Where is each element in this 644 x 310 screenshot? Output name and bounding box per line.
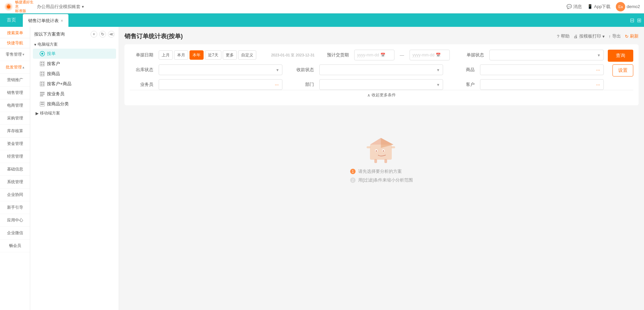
- salesman-dots-icon[interactable]: ···: [275, 82, 279, 87]
- tab-home[interactable]: 首页: [0, 13, 23, 27]
- sidebar-item-retail[interactable]: 零售管理 ▾: [0, 48, 30, 61]
- svg-point-5: [41, 53, 43, 55]
- print-dropdown-icon: ▾: [602, 34, 605, 39]
- svg-rect-35: [384, 159, 387, 163]
- svg-rect-18: [43, 82, 44, 84]
- scheme-by-salesman-icon: [40, 91, 45, 97]
- sidebar-item-purchase[interactable]: 采购管理: [0, 112, 30, 125]
- help-button[interactable]: ? 帮助: [557, 33, 569, 39]
- scheme-group-desktop-header[interactable]: ▾ 电脑端方案: [33, 40, 116, 49]
- app-download-button[interactable]: 📱 App下载: [587, 4, 610, 10]
- empty-tip-2: 2 用[过滤]条件来缩小分析范围: [350, 177, 413, 183]
- sidebar-item-appcenter[interactable]: 应用中心: [0, 214, 30, 227]
- date-btn-last-month[interactable]: 上月: [159, 50, 173, 60]
- svg-rect-36: [367, 146, 371, 148]
- delivery-status-select[interactable]: ▾: [159, 64, 282, 75]
- sidebar-item-marketing[interactable]: 营销推广: [0, 74, 30, 87]
- forecast-date-end[interactable]: yyyy-mm-dd 📅: [410, 50, 450, 60]
- sidebar-item-guide[interactable]: 新手引导: [0, 201, 30, 214]
- sidebar-item-member[interactable]: 畅会员: [0, 240, 30, 252]
- delivery-dropdown-icon: ▾: [276, 67, 279, 72]
- svg-rect-7: [41, 62, 42, 63]
- message-button[interactable]: 💬 消息: [567, 4, 582, 10]
- sidebar-item-finance[interactable]: 资金管理: [0, 138, 30, 150]
- date-range-display: 2023-01-01 至 2023-12-31: [271, 53, 315, 58]
- scheme-item-by-customer[interactable]: 按客户: [33, 59, 116, 69]
- panel-header: 按以下方案查询 + ↻ ≪: [30, 31, 119, 40]
- sidebar-item-system[interactable]: 系统管理: [0, 176, 30, 189]
- sidebar-search[interactable]: 搜索菜单: [0, 27, 30, 38]
- goods-dots-icon[interactable]: ···: [596, 67, 600, 72]
- setting-button[interactable]: 设置: [612, 64, 633, 76]
- doc-status-label: 单据状态: [461, 52, 484, 58]
- collapse-panel-button[interactable]: ≪: [108, 31, 115, 38]
- top-bar: 畅捷通好生意 标准版 办公用品行业模拟账套 ▾ 💬 消息 📱 App下载 Ea …: [0, 0, 644, 13]
- expand-arrow-icon: ▾: [34, 42, 36, 47]
- export-button[interactable]: ↑ 导出: [609, 33, 621, 39]
- scheme-item-by-category[interactable]: 按商品分类: [33, 99, 116, 109]
- customer-dots-icon[interactable]: ···: [596, 82, 600, 87]
- doc-status-select[interactable]: ▾: [489, 50, 604, 60]
- tab-bar: 首页 销售订单统计表 × ⊟ ⊞: [0, 13, 644, 27]
- user-menu[interactable]: Ea demo2: [616, 2, 640, 11]
- collapse-filters-button[interactable]: ∧ 收起更多条件: [130, 90, 633, 100]
- date-btn-this-month[interactable]: 本月: [174, 50, 188, 60]
- department-select[interactable]: ▾: [319, 79, 443, 90]
- expand-icon-retail: ▾: [22, 52, 24, 57]
- svg-rect-8: [43, 62, 44, 63]
- sidebar-item-ecommerce[interactable]: 电商管理: [0, 99, 30, 112]
- salesman-select[interactable]: ···: [159, 79, 282, 90]
- svg-rect-25: [41, 102, 44, 103]
- sidebar-item-enterprise[interactable]: 企业协同: [0, 189, 30, 201]
- sidebar-item-basic[interactable]: 基础信息: [0, 163, 30, 176]
- top-right-actions: 💬 消息 📱 App下载 Ea demo2: [567, 2, 640, 11]
- sidebar-item-operation[interactable]: 经营管理: [0, 150, 30, 163]
- goods-select[interactable]: ···: [480, 64, 604, 75]
- scheme-item-by-customer-goods[interactable]: 按客户+商品: [33, 79, 116, 89]
- delivery-status-label: 出库状态: [130, 67, 153, 73]
- breadcrumb-dropdown-icon[interactable]: ▾: [82, 4, 84, 9]
- date-btn-more[interactable]: 更多: [223, 50, 237, 60]
- export-icon: ↑: [609, 34, 611, 39]
- empty-tips: 1 请先选择要分析的方案 2 用[过滤]条件来缩小分析范围: [350, 168, 413, 183]
- print-icon: 🖨: [574, 34, 578, 39]
- sidebar-item-inventory[interactable]: 库存核算: [0, 125, 30, 138]
- search-button[interactable]: 查询: [608, 50, 633, 62]
- refresh-scheme-button[interactable]: ↻: [99, 31, 106, 38]
- sidebar: 搜索菜单 快捷导航 零售管理 ▾ 批发管理 ▴ 营销推广 销售管理 电商管理 采…: [0, 27, 30, 310]
- date-btn-custom[interactable]: 自定义: [238, 50, 256, 60]
- customer-label: 客户: [451, 82, 475, 88]
- sidebar-nav[interactable]: 快捷导航: [0, 38, 30, 48]
- tab-minimize-icon[interactable]: ⊟: [630, 17, 634, 23]
- department-label: 部门: [290, 82, 314, 88]
- tab-current[interactable]: 销售订单统计表 ×: [23, 14, 68, 28]
- panel-actions: + ↻ ≪: [91, 31, 115, 38]
- print-button[interactable]: 🖨 按模板打印 ▾: [574, 33, 605, 39]
- calendar-icon-1: 📅: [380, 53, 385, 57]
- date-btn-7days[interactable]: 近7天: [205, 50, 221, 60]
- svg-rect-22: [40, 94, 45, 95]
- tip-num-2: 2: [350, 177, 356, 183]
- page-header: 销售订单统计表(按单) ? 帮助 🖨 按模板打印 ▾ ↑ 导出: [124, 32, 639, 40]
- tab-maximize-icon[interactable]: ⊞: [637, 17, 641, 23]
- customer-select[interactable]: ···: [480, 79, 604, 90]
- sidebar-item-sales[interactable]: 销售管理: [0, 87, 30, 99]
- scheme-item-by-goods[interactable]: 按商品: [33, 69, 116, 79]
- scheme-item-by-order[interactable]: 按单: [33, 49, 116, 59]
- add-scheme-button[interactable]: +: [91, 31, 97, 38]
- tab-close-icon[interactable]: ×: [61, 18, 63, 23]
- refresh-button[interactable]: ↻ 刷新: [625, 33, 639, 39]
- payment-status-select[interactable]: ▾: [319, 64, 443, 75]
- scheme-group-mobile-header[interactable]: ▶ 移动端方案: [34, 109, 116, 117]
- date-btn-this-year[interactable]: 本年: [190, 50, 204, 60]
- sidebar-item-wholesale[interactable]: 批发管理 ▴: [0, 61, 30, 74]
- scheme-item-by-salesman[interactable]: 按业务员: [33, 89, 116, 99]
- goods-label: 商品: [451, 67, 475, 73]
- svg-rect-26: [41, 104, 44, 105]
- filter-left: 单据日期 上月 本月 本年 近7天 更多 自定义 2023-01-01 至 20…: [130, 50, 604, 90]
- svg-rect-14: [41, 74, 42, 75]
- sidebar-item-wechat[interactable]: 企业微信: [0, 227, 30, 240]
- calendar-icon-2: 📅: [436, 53, 441, 57]
- filter-row-2: 出库状态 ▾ 收款状态 ▾ 商品: [130, 64, 604, 75]
- forecast-date-start[interactable]: yyyy-mm-dd 📅: [354, 50, 394, 60]
